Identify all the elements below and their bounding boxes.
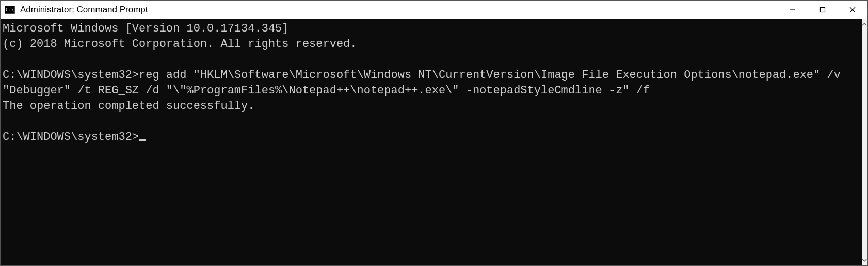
cursor — [139, 139, 146, 141]
result-line: The operation completed successfully. — [3, 100, 254, 113]
window: C:\ Administrator: Command Prompt Micros… — [0, 0, 868, 266]
window-title: Administrator: Command Prompt — [20, 5, 148, 15]
maximize-button[interactable] — [808, 1, 838, 19]
svg-text:C:\: C:\ — [6, 7, 14, 12]
version-line: Microsoft Windows [Version 10.0.17134.34… — [3, 22, 289, 35]
prompt: C:\WINDOWS\system32> — [3, 69, 139, 82]
client-area: Microsoft Windows [Version 10.0.17134.34… — [1, 19, 867, 265]
svg-rect-4 — [821, 8, 825, 12]
scroll-up-button[interactable] — [862, 19, 867, 29]
scroll-down-button[interactable] — [862, 255, 867, 265]
minimize-button[interactable] — [778, 1, 808, 19]
window-controls — [778, 1, 867, 19]
close-button[interactable] — [838, 1, 867, 19]
prompt: C:\WINDOWS\system32> — [3, 131, 139, 144]
terminal-output[interactable]: Microsoft Windows [Version 10.0.17134.34… — [1, 19, 862, 265]
vertical-scrollbar[interactable] — [862, 19, 867, 265]
copyright-line: (c) 2018 Microsoft Corporation. All righ… — [3, 38, 357, 51]
cmd-icon: C:\ — [5, 5, 15, 14]
titlebar[interactable]: C:\ Administrator: Command Prompt — [1, 1, 867, 19]
scroll-track[interactable] — [862, 29, 867, 255]
